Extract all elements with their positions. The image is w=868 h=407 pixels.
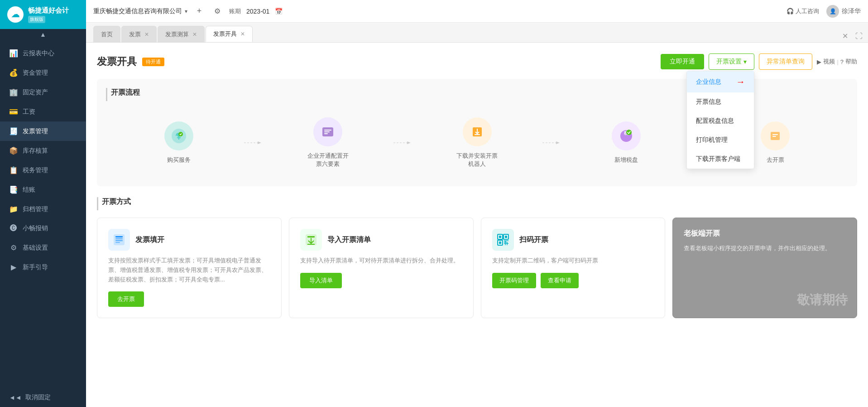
app-badge: 旗舰版 <box>28 16 45 23</box>
svg-rect-36 <box>505 236 507 238</box>
sidebar-item-gudingzichan[interactable]: 🏢 固定资产 <box>0 82 86 102</box>
calendar-icon[interactable]: 📅 <box>275 8 283 15</box>
boss-invoice-title: 老板端开票 <box>684 229 720 238</box>
method-scan-header: 扫码开票 <box>492 229 654 251</box>
help-label: 帮助 <box>845 58 857 66</box>
sidebar-cancel-pin[interactable]: ◄◄ 取消固定 <box>0 388 86 407</box>
dropdown-item-company-info[interactable]: 企业信息 → <box>687 71 754 92</box>
tab-fapiao-kaiju-close[interactable]: ✕ <box>240 31 245 37</box>
view-apply-button[interactable]: 查看申请 <box>541 273 579 288</box>
dropdown-invoice-info-label: 开票信息 <box>696 98 721 105</box>
fill-invoice-button[interactable]: 去开票 <box>108 291 144 307</box>
process-step-addtax: 税 新增税盘 <box>562 121 690 164</box>
video-label: 视频 <box>823 58 835 66</box>
scan-invoice-desc: 支持定制开票二维码，客户端可扫码开票 <box>492 256 654 266</box>
dropdown-company-info-label: 企业信息 <box>696 78 721 86</box>
dropdown-item-printer[interactable]: 打印机管理 <box>687 131 754 150</box>
consult-button[interactable]: 🎧 人工咨询 <box>786 7 819 15</box>
sidebar-item-gongzi[interactable]: 💳 工资 <box>0 102 86 121</box>
tab-fapiao-kaiju[interactable]: 发票开具 ✕ <box>206 26 253 42</box>
sidebar-item-label: 新手引导 <box>23 263 48 271</box>
scan-invoice-title: 扫码开票 <box>519 235 548 245</box>
settings-dropdown-menu: 企业信息 → 开票信息 配置税盘信息 打印机管理 <box>686 71 754 169</box>
close-button[interactable]: ✕ <box>840 30 850 42</box>
sidebar-item-zijin[interactable]: 💰 资金管理 <box>0 63 86 82</box>
dropdown-item-download-client[interactable]: 下载开票客户端 <box>687 150 754 169</box>
company-selector[interactable]: 重庆畅捷交通信息咨询有限公司 ▾ <box>93 7 187 15</box>
methods-grid: 发票填开 支持按照发票样式手工填开发票；可开具增值税电子普通发票、增值税普通发票… <box>97 218 857 318</box>
period-label: 账期 <box>229 7 241 15</box>
chevron-down-icon: ▾ <box>185 8 187 15</box>
svg-marker-4 <box>258 141 261 144</box>
jiezhang-icon: 📑 <box>9 185 18 194</box>
sidebar-item-guidang[interactable]: 📁 归档管理 <box>0 199 86 219</box>
app-logo: ☁ 畅捷通好会计 旗舰版 <box>0 0 86 29</box>
maximize-button[interactable]: ⛶ <box>854 30 864 42</box>
status-badge: 待开通 <box>142 58 164 66</box>
tab-fapiao-close[interactable]: ✕ <box>144 31 149 38</box>
tab-home[interactable]: 首页 <box>93 26 120 42</box>
coming-soon-overlay: 敬请期待 <box>797 291 848 309</box>
download-icon <box>463 117 492 146</box>
sidebar-item-label: 税务管理 <box>23 166 48 174</box>
sidebar-item-xiaochang[interactable]: 🅒 小畅报销 <box>0 219 86 238</box>
content-area: 发票开具 待开通 立即开通 开票设置 ▾ 企业信息 → <box>86 43 868 407</box>
header-actions: 立即开通 开票设置 ▾ 企业信息 → <box>661 53 857 70</box>
abnormal-button[interactable]: 异常清单查询 <box>759 53 812 70</box>
sidebar-item-jiezhang[interactable]: 📑 结账 <box>0 180 86 199</box>
user-name: 徐泽华 <box>842 7 861 15</box>
gudingzichan-icon: 🏢 <box>9 88 18 97</box>
sidebar-item-fapiao[interactable]: 🧾 发票管理 <box>0 121 86 141</box>
dropdown-item-invoice-info[interactable]: 开票信息 <box>687 92 754 111</box>
import-invoice-title: 导入开票清单 <box>327 235 371 245</box>
tab-fapiao-cesuan-close[interactable]: ✕ <box>192 31 197 38</box>
methods-section-title: 开票方式 <box>97 197 857 210</box>
svg-rect-26 <box>115 240 123 241</box>
dropdown-tax-config-label: 配置税盘信息 <box>696 117 734 124</box>
settings-dropdown-wrapper: 开票设置 ▾ 企业信息 → 开票信息 <box>709 53 754 70</box>
sidebar-item-shuiwu[interactable]: 📋 税务管理 <box>0 160 86 180</box>
yunbao-icon: 📊 <box>9 49 18 58</box>
xiaochang-icon: 🅒 <box>9 224 18 233</box>
settings-button[interactable]: 开票设置 ▾ <box>709 53 754 70</box>
activate-button[interactable]: 立即开通 <box>661 54 704 69</box>
tab-fapiao-label: 发票 <box>129 30 141 39</box>
tab-fapiao-cesuan[interactable]: 发票测算 ✕ <box>158 26 205 42</box>
method-boss-header: 老板端开票 <box>684 229 846 238</box>
chevron-down-icon: ▾ <box>743 58 747 65</box>
sidebar-item-kucun[interactable]: 📦 库存核算 <box>0 141 86 160</box>
svg-rect-25 <box>115 238 123 239</box>
arrow-2 <box>392 141 413 145</box>
sidebar-item-yunbao[interactable]: 📊 云报表中心 <box>0 44 86 63</box>
topbar-settings-button[interactable]: ⚙ <box>211 5 224 18</box>
qr-manage-button[interactable]: 开票码管理 <box>492 273 536 288</box>
add-company-button[interactable]: + <box>193 5 206 18</box>
user-info[interactable]: 👤 徐泽华 <box>826 5 861 18</box>
sidebar-item-label: 结账 <box>23 186 35 194</box>
sidebar-item-label: 资金管理 <box>23 69 48 77</box>
xinshou-icon: ▶ <box>9 263 18 271</box>
tab-home-label: 首页 <box>101 30 113 39</box>
arrow-1 <box>242 141 264 145</box>
svg-rect-6 <box>324 130 331 131</box>
import-invoice-icon <box>300 229 322 251</box>
svg-rect-7 <box>324 131 330 132</box>
boss-invoice-desc: 查看老板端小程序提交的开票申请，并作出相应的处理。 <box>684 244 846 253</box>
tab-fapiao[interactable]: 发票 ✕ <box>121 26 157 42</box>
import-invoice-button[interactable]: 导入清单 <box>300 273 342 288</box>
svg-rect-35 <box>499 236 501 238</box>
invoice-icon <box>761 121 790 150</box>
svg-marker-14 <box>556 141 560 144</box>
gongzi-icon: 💳 <box>9 107 18 116</box>
sidebar-scroll-up[interactable]: ▲ <box>0 29 86 40</box>
dropdown-item-tax-config[interactable]: 配置税盘信息 <box>687 111 754 131</box>
company-name: 重庆畅捷交通信息咨询有限公司 <box>93 7 182 15</box>
sidebar-item-label: 小畅报销 <box>23 224 48 233</box>
svg-point-17 <box>626 130 632 135</box>
sidebar-item-jichushezhi[interactable]: ⚙ 基础设置 <box>0 238 86 257</box>
scan-buttons: 开票码管理 查看申请 <box>492 273 654 288</box>
sidebar-item-xinshou[interactable]: ▶ 新手引导 <box>0 257 86 277</box>
fill-invoice-icon <box>108 229 130 251</box>
svg-rect-23 <box>114 234 125 245</box>
sidebar-item-label: 归档管理 <box>23 205 48 213</box>
